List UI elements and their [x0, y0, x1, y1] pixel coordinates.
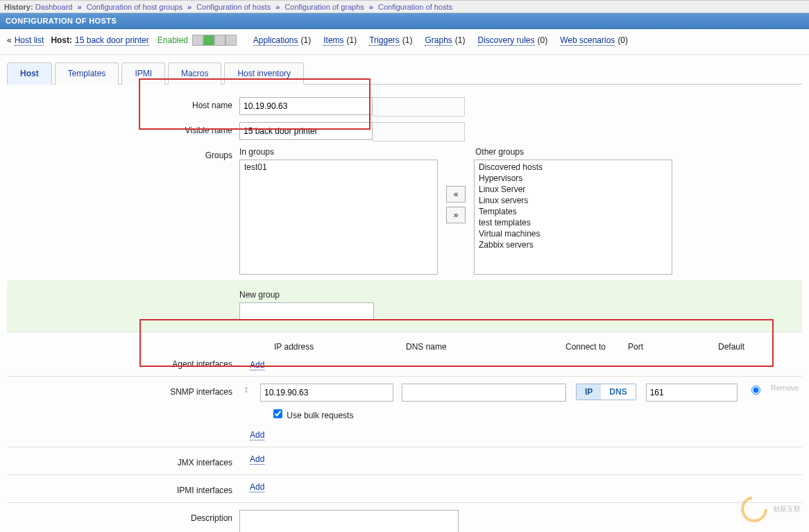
zbx-availability-icon	[192, 35, 203, 46]
host-name-input[interactable]	[239, 97, 373, 115]
bulk-requests-checkbox[interactable]	[273, 409, 282, 418]
snmp-port-input[interactable]	[646, 384, 738, 402]
move-left-button[interactable]: «	[446, 186, 466, 203]
graphs-count: (1)	[455, 35, 466, 45]
web-scenarios-link[interactable]: Web scenarios	[560, 35, 615, 46]
applications-link[interactable]: Applications	[253, 35, 298, 46]
tab-templates[interactable]: Templates	[55, 62, 119, 85]
drag-handle-icon[interactable]: ↕	[239, 384, 253, 395]
history-label: History:	[4, 3, 33, 11]
chevron-right-icon: »	[369, 3, 373, 11]
bulk-requests-label: Use bulk requests	[287, 411, 353, 420]
col-ip: IP address	[274, 342, 406, 352]
list-item[interactable]: Discovered hosts	[476, 162, 670, 173]
host-list-link[interactable]: Host list	[15, 35, 44, 46]
snmp-ip-input[interactable]	[260, 384, 393, 402]
list-item[interactable]: Zabbix servers	[476, 239, 670, 250]
description-textarea[interactable]	[239, 510, 459, 532]
new-group-label: New group	[239, 290, 374, 300]
history-item[interactable]: Configuration of hosts	[378, 3, 452, 11]
in-groups-label: In groups	[239, 147, 438, 157]
applications-count: (1)	[301, 35, 312, 45]
connect-ip-option[interactable]: IP	[577, 384, 601, 400]
history-item[interactable]: Configuration of hosts	[196, 3, 271, 11]
new-group-input[interactable]	[239, 302, 374, 320]
list-item[interactable]: Virtual machines	[476, 228, 670, 239]
host-toolbar: « Host list Host: 15 back door printer E…	[0, 29, 809, 55]
groups-label: Groups	[7, 147, 239, 160]
col-default: Default	[718, 342, 744, 352]
availability-icons	[192, 35, 237, 46]
jmx-availability-icon	[214, 35, 225, 46]
chevron-right-icon: »	[275, 3, 280, 11]
triggers-link[interactable]: Triggers	[369, 35, 400, 46]
graphs-link[interactable]: Graphs	[425, 35, 452, 46]
visible-name-input[interactable]	[239, 122, 373, 140]
connect-dns-option[interactable]: DNS	[601, 384, 635, 400]
snmp-dns-input[interactable]	[402, 384, 566, 402]
ipmi-interfaces-label: IPMI interfaces	[7, 482, 239, 495]
tab-host-inventory[interactable]: Host inventory	[224, 62, 304, 85]
tab-ipmi[interactable]: IPMI	[121, 62, 165, 85]
col-dns: DNS name	[406, 342, 565, 352]
discovery-count: (0)	[538, 35, 548, 45]
svg-point-0	[742, 497, 766, 521]
tab-macros[interactable]: Macros	[168, 62, 221, 85]
history-item[interactable]: Configuration of graphs	[284, 3, 364, 11]
list-item[interactable]: Templates	[476, 206, 670, 217]
back-arrow-icon[interactable]: «	[7, 35, 12, 45]
items-count: (1)	[347, 35, 357, 45]
description-label: Description	[7, 510, 239, 523]
list-item[interactable]: Hypervisors	[476, 173, 670, 184]
connect-to-toggle[interactable]: IP DNS	[576, 384, 636, 400]
history-item[interactable]: Configuration of host groups	[87, 3, 182, 11]
status-enabled[interactable]: Enabled	[157, 35, 188, 45]
in-groups-listbox[interactable]: test01	[239, 160, 438, 275]
jmx-interfaces-label: JMX interfaces	[7, 454, 239, 467]
snmp-default-radio[interactable]	[751, 386, 760, 395]
watermark-logo: 创新互联	[740, 495, 801, 524]
tab-host[interactable]: Host	[7, 62, 52, 85]
agent-interfaces-label: Agent interfaces	[7, 356, 239, 369]
snmp-remove-link: Remove	[771, 384, 799, 392]
other-groups-label: Other groups	[474, 147, 672, 157]
col-port: Port	[628, 342, 718, 352]
list-item[interactable]: Linux servers	[476, 195, 670, 206]
snmp-add-link[interactable]: Add	[250, 430, 264, 440]
host-label: Host:	[51, 35, 72, 45]
discovery-link[interactable]: Discovery rules	[478, 35, 535, 46]
items-link[interactable]: Items	[323, 35, 343, 46]
host-name-label: Host name	[7, 97, 239, 110]
chevron-right-icon: »	[187, 3, 191, 11]
move-right-button[interactable]: »	[446, 207, 466, 223]
page-title: CONFIGURATION OF HOSTS	[0, 13, 809, 29]
host-name-link[interactable]: 15 back door printer	[75, 35, 149, 46]
list-item[interactable]: test01	[241, 162, 436, 173]
visible-name-label: Visible name	[7, 122, 239, 135]
jmx-add-link[interactable]: Add	[250, 454, 264, 465]
breadcrumb: History: Dashboard » Configuration of ho…	[0, 0, 809, 13]
chevron-right-icon: »	[78, 3, 82, 11]
snmp-interfaces-label: SNMP interfaces	[7, 384, 239, 397]
history-item[interactable]: Dashboard	[35, 3, 73, 11]
tab-strip: Host Templates IPMI Macros Host inventor…	[0, 55, 809, 532]
triggers-count: (1)	[402, 35, 413, 45]
agent-add-link[interactable]: Add	[250, 360, 264, 370]
ipmi-add-link[interactable]: Add	[250, 482, 264, 492]
web-scenarios-count: (0)	[618, 35, 628, 45]
list-item[interactable]: Linux Server	[476, 184, 670, 195]
other-groups-listbox[interactable]: Discovered hosts Hypervisors Linux Serve…	[474, 160, 672, 275]
snmp-availability-icon	[203, 35, 214, 46]
ipmi-availability-icon	[225, 35, 237, 46]
list-item[interactable]: test templates	[476, 217, 670, 228]
col-connect: Connect to	[565, 342, 628, 352]
